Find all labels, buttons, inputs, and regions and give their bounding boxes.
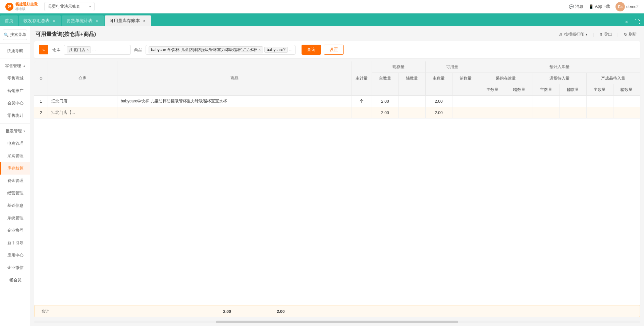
- sidebar-item-wholesale[interactable]: 批发管理 ▾: [0, 125, 30, 137]
- product-tag-1: babycare学饮杯 儿童防摔防撞吸管杯重力球吸嘴杯宝宝水杯 ×: [149, 46, 263, 53]
- product-filter-input[interactable]: babycare学饮杯 儿童防摔防撞吸管杯重力球吸嘴杯宝宝水杯 × babyca…: [146, 45, 296, 55]
- tab-home[interactable]: 首页: [0, 15, 18, 26]
- warehouse-tag-close[interactable]: ×: [87, 48, 89, 52]
- sidebar-item-ecommerce[interactable]: 电商管理: [0, 137, 30, 150]
- search-menu-btn[interactable]: 🔍 搜索菜单: [3, 30, 27, 40]
- cell-number-1: 1: [34, 96, 48, 107]
- cell-pur-main-2: [479, 107, 506, 119]
- chevron-icon: ▲: [23, 64, 26, 68]
- th-avail-sub-2: [452, 84, 479, 96]
- product-tag-2: babycare?: [264, 47, 288, 53]
- th-inc-sub: 辅数量: [559, 84, 586, 96]
- cell-inc-main-1: [533, 96, 559, 107]
- app-download-btn[interactable]: 📱 App下载: [589, 4, 610, 9]
- table-row: 1 江北门店 babycare学饮杯 儿童防摔防撞吸管杯重力球吸嘴杯宝宝水杯 个…: [34, 96, 640, 107]
- footer-avail-main: 2.00: [267, 309, 294, 314]
- sidebar-item-operations[interactable]: 经营管理: [0, 187, 30, 199]
- sidebar-item-retail-management[interactable]: 零售管理 ▲: [0, 60, 30, 72]
- tab-stock-summary-close[interactable]: ×: [52, 18, 56, 23]
- query-button[interactable]: 查询: [302, 45, 321, 55]
- product-tag-1-close[interactable]: ×: [259, 48, 261, 52]
- expand-btn[interactable]: ⛶: [633, 18, 641, 26]
- quick-nav-btn[interactable]: 快捷导航: [0, 46, 30, 56]
- print-chevron-icon: ▾: [586, 33, 587, 36]
- tab-available-inventory[interactable]: 可用量库存账本 ×: [105, 15, 151, 26]
- cell-stock-main-2: 2.00: [372, 107, 398, 119]
- horizontal-scrollbar[interactable]: [34, 321, 640, 323]
- sidebar-item-system[interactable]: 系统管理: [0, 212, 30, 224]
- cell-avail-sub-1: [452, 96, 479, 107]
- cell-stock-sub-2: [398, 107, 425, 119]
- sidebar-divider-1: [0, 123, 30, 124]
- th-inc-main: 主数量: [533, 84, 559, 96]
- sidebar-item-purchase[interactable]: 采购管理: [0, 150, 30, 162]
- print-btn[interactable]: 🖨 按模板打印 ▾: [557, 30, 589, 39]
- filter-toggle-btn[interactable]: »: [39, 45, 48, 54]
- th-warehouse: 仓库: [48, 61, 117, 96]
- sidebar-item-finance[interactable]: 资金管理: [0, 175, 30, 187]
- phone-icon: 📱: [589, 4, 594, 9]
- cell-inc-main-2: [533, 107, 559, 119]
- action-divider-1: |: [593, 32, 594, 37]
- industry-selector[interactable]: 母婴行业演示账套 ▾: [44, 2, 95, 11]
- cell-avail-main-1: 2.00: [425, 96, 452, 107]
- th-planned-inbound-group: 预计入库量: [479, 61, 640, 73]
- sidebar-item-retail-mall[interactable]: 零售商城: [0, 72, 30, 85]
- th-stock-main-2: [372, 84, 398, 96]
- table-row: 2 江北门店【... 2.00 2.00: [34, 107, 640, 119]
- cell-pur-main-1: [479, 96, 506, 107]
- th-avail-main-2: [425, 84, 452, 96]
- tab-available-inventory-label: 可用量库存账本: [109, 18, 140, 24]
- close-all-tabs-btn[interactable]: ×: [623, 18, 631, 26]
- sidebar-item-new-guide[interactable]: 新手引导: [0, 237, 30, 249]
- action-divider-2: |: [618, 32, 619, 37]
- tab-stock-summary[interactable]: 收发存汇总表 ×: [19, 15, 61, 26]
- sidebar-items: 零售管理 ▲ 零售商城 营销推广 会员中心 零售统计 批发管理 ▾ 电商管理: [0, 58, 30, 288]
- data-table: ⚙ 仓库 商品 主计量 现存量 可用量 预计入库量 主数量 辅数量 主数量 辅数…: [34, 61, 640, 119]
- sidebar-search-section: 🔍 搜索菜单: [0, 26, 30, 44]
- cell-product-1: babycare学饮杯 儿童防摔防撞吸管杯重力球吸嘴杯宝宝水杯: [117, 96, 352, 107]
- search-icon: 🔍: [4, 33, 9, 37]
- warehouse-more[interactable]: ...: [92, 47, 96, 52]
- sidebar-item-inventory[interactable]: 库存核算: [0, 162, 30, 175]
- cell-pur-sub-1: [506, 96, 533, 107]
- th-current-stock-group: 现存量: [372, 61, 425, 73]
- sidebar-item-member[interactable]: 畅会员: [0, 274, 30, 286]
- cell-stock-main-1: 2.00: [372, 96, 398, 107]
- message-btn[interactable]: 💬 消息: [569, 4, 583, 9]
- tab-order-stats-close[interactable]: ×: [95, 18, 99, 23]
- sidebar-item-enterprise-collab[interactable]: 企业协同: [0, 224, 30, 237]
- cell-inc-sub-1: [559, 96, 586, 107]
- th-pur-main: 主数量: [479, 84, 506, 96]
- tab-bar-actions: × ⛶: [620, 18, 644, 26]
- scrollbar-thumb[interactable]: [216, 321, 458, 323]
- warehouse-filter-input[interactable]: 江北门店 × ...: [64, 45, 131, 55]
- refresh-icon: ↻: [624, 32, 627, 37]
- setting-button[interactable]: 设置: [324, 45, 344, 55]
- sidebar-item-enterprise-wechat[interactable]: 企业微信: [0, 262, 30, 274]
- th-stock-main: 主数量: [372, 73, 398, 84]
- sidebar-item-app-center[interactable]: 应用中心: [0, 249, 30, 262]
- sidebar-item-retail-stats[interactable]: 零售统计: [0, 109, 30, 122]
- tab-available-inventory-close[interactable]: ×: [142, 18, 147, 23]
- tab-order-stats[interactable]: 要货单统计表 ×: [62, 15, 104, 26]
- logo-text: 畅捷通好生意 标准版: [15, 2, 38, 11]
- table-settings-icon[interactable]: ⚙: [38, 75, 44, 82]
- th-stock-sub: 辅数量: [398, 73, 425, 84]
- logo-area: 好 畅捷通好生意 标准版: [5, 2, 38, 11]
- top-bar: 好 畅捷通好生意 标准版 母婴行业演示账套 ▾ 💬 消息 📱 App下载 Ea …: [0, 0, 644, 13]
- page-header: 可用量查询(按仓库+商品) 🖨 按模板打印 ▾ | ⬆ 导出 | ↻ 刷新: [30, 26, 644, 41]
- cell-inc-sub-2: [559, 107, 586, 119]
- user-menu-btn[interactable]: Ea demo2: [615, 2, 639, 11]
- cell-avail-main-2: 2.00: [425, 107, 452, 119]
- product-more[interactable]: ...: [289, 47, 292, 52]
- logo-icon: 好: [5, 3, 13, 11]
- th-available-group: 可用量: [425, 61, 479, 73]
- refresh-btn[interactable]: ↻ 刷新: [622, 30, 639, 39]
- export-btn[interactable]: ⬆ 导出: [597, 30, 614, 39]
- sidebar-item-basic-info[interactable]: 基础信息: [0, 199, 30, 212]
- cell-prod-main-2: [586, 107, 613, 119]
- sidebar-item-member-center[interactable]: 会员中心: [0, 97, 30, 109]
- export-icon: ⬆: [599, 32, 603, 37]
- sidebar-item-marketing[interactable]: 营销推广: [0, 85, 30, 97]
